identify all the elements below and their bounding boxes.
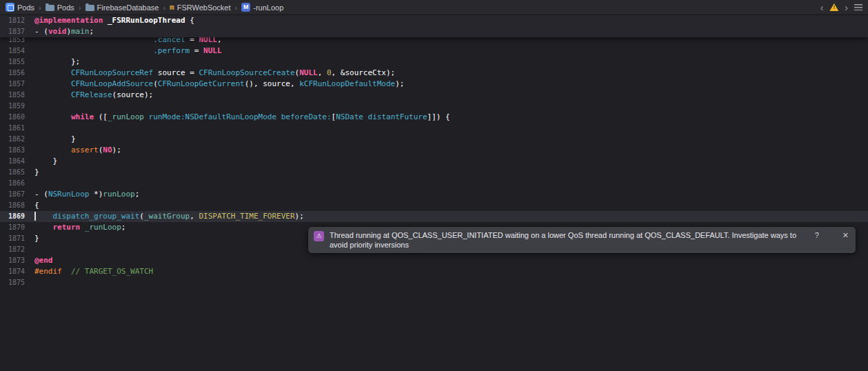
- line-number: 1864: [0, 156, 25, 167]
- text-cursor: [34, 212, 36, 221]
- jump-bar: Pods›Pods›FirebaseDatabase›mFSRWebSocket…: [0, 0, 868, 15]
- code-content: }: [34, 233, 39, 244]
- breadcrumb-item-pods[interactable]: Pods: [46, 3, 74, 12]
- code-line-1861[interactable]: 1861: [0, 123, 868, 134]
- code-content: }: [34, 156, 57, 167]
- line-number: 1868: [0, 200, 25, 211]
- line-number: 1861: [0, 123, 25, 134]
- help-button[interactable]: ?: [815, 230, 819, 241]
- line-number: 1855: [0, 57, 25, 68]
- code-content: dispatch_group_wait(_waitGroup, DISPATCH…: [34, 211, 304, 222]
- code-line-1855[interactable]: 1855 };: [0, 57, 868, 68]
- line-number: 1867: [0, 189, 25, 200]
- line-number: 1812: [0, 15, 25, 26]
- xcode-editor-window: Pods›Pods›FirebaseDatabase›mFSRWebSocket…: [0, 0, 868, 371]
- line-number: 1874: [0, 266, 25, 277]
- code-content: - (NSRunLoop *)runLoop;: [34, 189, 139, 200]
- line-number: 1856: [0, 68, 25, 79]
- line-number: 1870: [0, 222, 25, 233]
- code-content: {: [34, 200, 39, 211]
- code-line-1867[interactable]: 1867- (NSRunLoop *)runLoop;: [0, 189, 868, 200]
- line-number: 1872: [0, 244, 25, 255]
- line-number: 1837: [0, 26, 25, 37]
- code-line-1863[interactable]: 1863 assert(NO);: [0, 145, 868, 156]
- line-number: 1863: [0, 145, 25, 156]
- line-number: 1854: [0, 46, 25, 57]
- sticky-header-lines: 1812@implementation _FSRRunLoopThread {1…: [0, 15, 868, 37]
- code-line-1873[interactable]: 1873@end: [0, 255, 868, 266]
- code-content: CFRunLoopSourceRef source = CFRunLoopSou…: [34, 68, 395, 79]
- code-content: CFRunLoopAddSource(CFRunLoopGetCurrent()…: [34, 79, 404, 90]
- folder-icon: [85, 5, 94, 11]
- method-icon: M: [241, 3, 250, 12]
- code-content: #endif // TARGET_OS_WATCH: [34, 266, 153, 277]
- breadcrumb-item-firebasedatabase[interactable]: FirebaseDatabase: [85, 3, 159, 12]
- code-line-1856[interactable]: 1856 CFRunLoopSourceRef source = CFRunLo…: [0, 68, 868, 79]
- code-content: while ([_runLoop runMode:NSDefaultRunLoo…: [34, 112, 450, 123]
- line-number: 1859: [0, 101, 25, 112]
- code-content: assert(NO);: [34, 145, 121, 156]
- code-line-1865[interactable]: 1865}: [0, 167, 868, 178]
- line-number: 1871: [0, 233, 25, 244]
- line-number: 1858: [0, 90, 25, 101]
- code-line-1859[interactable]: 1859: [0, 101, 868, 112]
- code-content: CFRelease(source);: [34, 90, 153, 101]
- code-content: @implementation _FSRRunLoopThread {: [34, 15, 194, 26]
- code-line-1857[interactable]: 1857 CFRunLoopAddSource(CFRunLoopGetCurr…: [0, 79, 868, 90]
- breadcrumb-item-runloop[interactable]: M-runLoop: [241, 3, 283, 12]
- code-line-1866[interactable]: 1866: [0, 178, 868, 189]
- breadcrumb-separator: ›: [163, 3, 165, 12]
- breadcrumb-separator: ›: [39, 3, 41, 12]
- breadcrumb-label: Pods: [57, 3, 74, 12]
- forward-chevron-icon[interactable]: ›: [845, 3, 848, 12]
- code-content: return _runLoop;: [34, 222, 125, 233]
- line-number: 1857: [0, 79, 25, 90]
- back-chevron-icon[interactable]: ‹: [820, 3, 824, 12]
- code-line-1854[interactable]: 1854 .perform = NULL: [0, 46, 868, 57]
- line-number: 1866: [0, 178, 25, 189]
- code-content: }: [34, 134, 76, 145]
- code-line-1868[interactable]: 1868{: [0, 200, 868, 211]
- code-editor[interactable]: 1812@implementation _FSRRunLoopThread {1…: [0, 15, 868, 370]
- code-content: .perform = NULL: [34, 46, 222, 57]
- code-content: - (void)main;: [34, 26, 94, 37]
- code-content: @end: [34, 255, 53, 266]
- line-number: 1875: [0, 277, 25, 288]
- runtime-issue-message: Thread running at QOS_CLASS_USER_INITIAT…: [330, 230, 809, 250]
- breadcrumb-label: FSRWebSocket: [177, 3, 231, 12]
- objc-file-icon: m: [170, 3, 174, 12]
- warning-icon[interactable]: !: [829, 3, 838, 11]
- jumpbar-controls: ‹ ! ›: [820, 3, 862, 12]
- code-line-1812[interactable]: 1812@implementation _FSRRunLoopThread {: [0, 15, 868, 26]
- breadcrumb-item-fsrwebsocket[interactable]: mFSRWebSocket: [170, 3, 230, 12]
- breadcrumb: Pods›Pods›FirebaseDatabase›mFSRWebSocket…: [6, 3, 820, 12]
- related-items-menu-icon[interactable]: [854, 4, 862, 10]
- code-line-1862[interactable]: 1862 }: [0, 134, 868, 145]
- code-line-1860[interactable]: 1860 while ([_runLoop runMode:NSDefaultR…: [0, 112, 868, 123]
- close-icon[interactable]: ✕: [842, 230, 849, 241]
- project-icon: [6, 3, 14, 12]
- warning-exclamation: !: [829, 4, 838, 11]
- runtime-issue-banner: ⚠ Thread running at QOS_CLASS_USER_INITI…: [308, 227, 856, 253]
- code-line-1837[interactable]: 1837- (void)main;: [0, 26, 868, 37]
- breadcrumb-label: FirebaseDatabase: [97, 3, 159, 12]
- code-content: }: [34, 167, 39, 178]
- breadcrumb-label: -runLoop: [253, 3, 283, 12]
- line-number: 1869: [0, 211, 25, 222]
- breadcrumb-separator: ›: [235, 3, 238, 12]
- code-content: };: [34, 57, 80, 68]
- code-line-1874[interactable]: 1874#endif // TARGET_OS_WATCH: [0, 266, 868, 277]
- breadcrumb-item-pods[interactable]: Pods: [6, 3, 34, 12]
- code-line-1869[interactable]: 1869 dispatch_group_wait(_waitGroup, DIS…: [0, 211, 868, 222]
- line-number: 1865: [0, 167, 25, 178]
- line-number: 1862: [0, 134, 25, 145]
- line-number: 1873: [0, 255, 25, 266]
- runtime-issue-icon: ⚠: [314, 231, 324, 241]
- code-line-1858[interactable]: 1858 CFRelease(source);: [0, 90, 868, 101]
- breadcrumb-separator: ›: [79, 3, 81, 12]
- code-line-1875[interactable]: 1875: [0, 277, 868, 288]
- code-line-1864[interactable]: 1864 }: [0, 156, 868, 167]
- folder-icon: [46, 5, 54, 11]
- line-number: 1860: [0, 112, 25, 123]
- breadcrumb-label: Pods: [17, 3, 34, 12]
